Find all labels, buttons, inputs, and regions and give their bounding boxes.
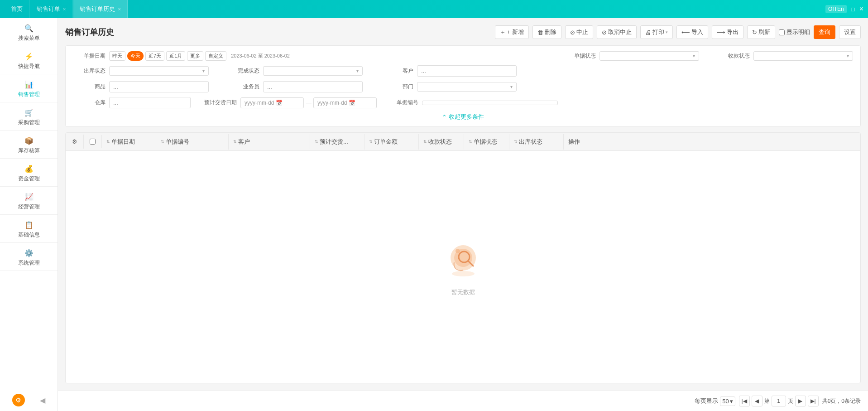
page-text: 第 bbox=[764, 397, 770, 405]
export-button[interactable]: ⟶ 导出 bbox=[712, 25, 743, 39]
empty-illustration bbox=[441, 237, 486, 283]
tab-home[interactable]: 首页 bbox=[5, 0, 29, 18]
goods-label: 商品 bbox=[73, 83, 109, 91]
th-receipt-status-label: 收款状态 bbox=[428, 138, 452, 146]
stop-button[interactable]: ⊘ 中止 bbox=[565, 25, 593, 39]
date-quick-btns: 昨天 今天 近7天 近1月 更多 自定义 bbox=[109, 51, 226, 61]
delete-button[interactable]: 🗑 删除 bbox=[532, 25, 561, 39]
new-label: + 新增 bbox=[507, 28, 524, 36]
select-all-checkbox[interactable] bbox=[90, 139, 96, 145]
th-order-status-sort[interactable]: ⇅ bbox=[469, 140, 472, 144]
date-btn-1month[interactable]: 近1月 bbox=[166, 51, 185, 61]
cancel-stop-icon: ⊘ bbox=[602, 29, 607, 36]
print-arrow: ▾ bbox=[666, 30, 668, 34]
sidebar-item-quick-nav-label: 快捷导航 bbox=[18, 63, 40, 70]
sidebar-item-basic-info[interactable]: 📋 基础信息 bbox=[0, 215, 58, 243]
tab-sales-order-history-close[interactable]: × bbox=[118, 6, 120, 12]
query-button[interactable]: 查询 bbox=[814, 25, 835, 39]
per-page-section: 每页显示 50 ▾ bbox=[695, 396, 735, 406]
prev-page-button[interactable]: ◀ bbox=[752, 396, 762, 406]
order-status-arrow: ▾ bbox=[693, 53, 695, 58]
tab-sales-order-history[interactable]: 销售订单历史 × bbox=[73, 0, 127, 18]
tab-sales-order[interactable]: 销售订单 × bbox=[30, 0, 72, 18]
salesman-field[interactable]: ... bbox=[263, 81, 363, 92]
date-btn-custom[interactable]: 自定义 bbox=[205, 51, 226, 61]
warehouse-field[interactable]: ... bbox=[109, 97, 191, 108]
date-btn-7days[interactable]: 近7天 bbox=[145, 51, 164, 61]
stop-icon: ⊘ bbox=[570, 29, 575, 36]
per-page-label: 每页显示 bbox=[695, 397, 718, 405]
th-delivery-status: ⇅ 出库状态 bbox=[509, 134, 564, 150]
date-label: 单据日期 bbox=[73, 52, 109, 60]
page-input[interactable] bbox=[772, 396, 786, 406]
date-btn-more[interactable]: 更多 bbox=[187, 51, 203, 61]
import-button[interactable]: ⟵ 导入 bbox=[676, 25, 708, 39]
settings-button[interactable]: 设置 bbox=[839, 25, 861, 39]
complete-status-select[interactable]: ▾ bbox=[263, 66, 363, 76]
th-checkbox[interactable] bbox=[84, 135, 102, 148]
often-badge: OfTEn bbox=[825, 5, 847, 13]
tab-sales-order-history-label: 销售订单历史 bbox=[80, 5, 115, 13]
window-restore[interactable]: □ bbox=[851, 6, 855, 13]
out-status-label: 出库状态 bbox=[73, 67, 109, 75]
th-settings[interactable]: ⚙ bbox=[66, 135, 84, 149]
receipt-status-select[interactable]: ▾ bbox=[753, 51, 853, 61]
th-delivery-sort[interactable]: ⇅ bbox=[315, 140, 318, 144]
display-detail-checkbox[interactable] bbox=[779, 29, 785, 35]
th-action: 操作 bbox=[564, 134, 860, 150]
print-button[interactable]: 🖨 打印 ▾ bbox=[640, 25, 673, 39]
delete-icon: 🗑 bbox=[537, 29, 543, 36]
window-close[interactable]: × bbox=[859, 5, 863, 13]
sidebar-item-search-menu[interactable]: 🔍 搜索菜单 bbox=[0, 18, 58, 46]
sidebar-item-search-menu-label: 搜索菜单 bbox=[18, 34, 40, 42]
th-date-sort[interactable]: ⇅ bbox=[106, 140, 110, 144]
pagination-bar: 每页显示 50 ▾ |◀ ◀ 第 页 ▶ ▶| 共0页，0条记录 bbox=[58, 391, 868, 411]
dept-select[interactable]: ▾ bbox=[417, 82, 517, 92]
sidebar-settings-icon[interactable]: ⚙ bbox=[12, 394, 25, 406]
out-status-select[interactable]: ▾ bbox=[109, 66, 209, 76]
th-delivery-status-sort[interactable]: ⇅ bbox=[514, 140, 518, 144]
next-page-button[interactable]: ▶ bbox=[795, 396, 806, 406]
sidebar-item-quick-nav[interactable]: ⚡ 快捷导航 bbox=[0, 46, 58, 74]
th-receipt-status-sort[interactable]: ⇅ bbox=[423, 140, 427, 144]
th-customer-sort[interactable]: ⇅ bbox=[233, 140, 237, 144]
th-delivery-status-label: 出库状态 bbox=[519, 138, 542, 146]
warehouse-dots: ... bbox=[113, 99, 118, 106]
sidebar-item-capital-mgmt[interactable]: 💰 资金管理 bbox=[0, 159, 58, 187]
delivery-date-start[interactable]: yyyy-mm-dd 📅 bbox=[240, 97, 304, 108]
sidebar-item-sys-mgmt-label: 系统管理 bbox=[18, 259, 40, 267]
display-detail-label: 显示明细 bbox=[786, 28, 810, 36]
filter-row-1: 单据日期 昨天 今天 近7天 近1月 更多 自定义 2023-06-02 至 2… bbox=[73, 51, 853, 61]
th-settings-icon: ⚙ bbox=[72, 138, 77, 145]
sidebar-item-purchase-mgmt[interactable]: 🛒 采购管理 bbox=[0, 102, 58, 131]
per-page-value: 50 bbox=[722, 398, 729, 405]
tab-sales-order-close[interactable]: × bbox=[63, 6, 66, 12]
sidebar-collapse-icon[interactable]: ◀ bbox=[40, 396, 45, 405]
collapse-bar[interactable]: ⌃ 收起更多条件 bbox=[73, 113, 853, 121]
refresh-button[interactable]: ↻ 刷新 bbox=[747, 25, 775, 39]
order-status-select[interactable]: ▾ bbox=[599, 51, 699, 61]
new-button[interactable]: ＋ + 新增 bbox=[495, 25, 529, 39]
date-btn-yesterday[interactable]: 昨天 bbox=[109, 51, 125, 61]
order-no-field[interactable] bbox=[422, 101, 558, 105]
cancel-stop-button[interactable]: ⊘ 取消中止 bbox=[597, 25, 637, 39]
customer-dots: ... bbox=[421, 68, 426, 74]
per-page-select[interactable]: 50 ▾ bbox=[720, 396, 735, 406]
display-detail-check[interactable]: 显示明细 bbox=[779, 28, 810, 36]
th-amount: ⇅ 订单金额 bbox=[364, 134, 419, 150]
date-btn-today[interactable]: 今天 bbox=[127, 51, 144, 61]
basic-info-icon: 📋 bbox=[24, 220, 34, 229]
last-page-button[interactable]: ▶| bbox=[808, 396, 819, 406]
goods-field[interactable]: ... bbox=[109, 81, 209, 92]
sidebar-item-operation-mgmt[interactable]: 📈 经营管理 bbox=[0, 187, 58, 215]
sidebar-item-sys-mgmt[interactable]: ⚙️ 系统管理 bbox=[0, 243, 58, 271]
th-date-label: 单据日期 bbox=[111, 138, 135, 146]
sidebar-item-inventory[interactable]: 📦 库存核算 bbox=[0, 131, 58, 159]
delivery-date-end[interactable]: yyyy-mm-dd 📅 bbox=[313, 97, 377, 108]
inventory-icon: 📦 bbox=[24, 136, 34, 145]
customer-field[interactable]: ... bbox=[417, 65, 517, 77]
th-no-sort[interactable]: ⇅ bbox=[161, 140, 164, 144]
sidebar-item-sales-mgmt[interactable]: 📊 销售管理 bbox=[0, 74, 58, 102]
th-amount-sort[interactable]: ⇅ bbox=[369, 140, 373, 144]
first-page-button[interactable]: |◀ bbox=[739, 396, 750, 406]
